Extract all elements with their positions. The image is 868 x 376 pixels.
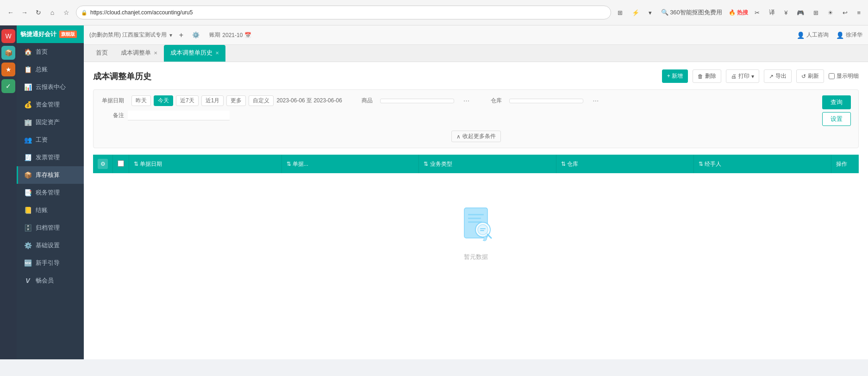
company-dropdown-icon[interactable]: ▾	[169, 32, 172, 38]
refresh-btn-label: 刷新	[808, 72, 819, 80]
undo-btn[interactable]: ↩	[840, 7, 850, 18]
svg-line-6	[487, 234, 491, 238]
sidebar-item-fixed-assets[interactable]: 🏢 固定资产	[17, 113, 84, 131]
browser-tool-bolt[interactable]: ⚡	[629, 7, 642, 18]
delete-btn-label: 删除	[705, 72, 716, 80]
sidebar-label-fixed-assets: 固定资产	[36, 118, 60, 126]
tab-cost-adjust-close[interactable]: ✕	[154, 50, 157, 56]
col-person-header[interactable]: ⇅ 经手人	[693, 155, 831, 173]
yesterday-btn[interactable]: 昨天	[131, 95, 151, 106]
sidebar-item-invoice[interactable]: 🧾 发票管理	[17, 149, 84, 166]
add-company-btn[interactable]: +	[175, 29, 187, 41]
sidebar-item-settings[interactable]: ⚙️ 基础设置	[17, 237, 84, 254]
browser-nav-buttons: ← → ↻ ⌂ ☆	[5, 6, 72, 19]
translate-btn[interactable]: 译	[766, 6, 778, 19]
nav-sidebar: 畅捷通好会计 旗舰版 🏠 首页 📋 总账 📊 云报表中心 💰 资金管理 🏢 固定…	[17, 25, 84, 359]
col-warehouse-header[interactable]: ⇅ 仓库	[556, 155, 694, 173]
today-btn[interactable]: 今天	[154, 95, 173, 106]
reports-icon: 📊	[24, 83, 32, 91]
home-button[interactable]: ⌂	[46, 6, 58, 19]
tab-cost-adjust-history-close[interactable]: ✕	[215, 50, 219, 56]
display-toggle-checkbox[interactable]	[829, 73, 835, 79]
col-date-header[interactable]: ⇅ 单据日期	[129, 155, 282, 173]
icon-sidebar-app[interactable]: 📦	[1, 46, 15, 60]
tab-cost-adjust-history[interactable]: 成本调整单历史 ✕	[164, 45, 225, 62]
sidebar-label-closing: 结账	[36, 206, 48, 214]
table-header-row: ⚙ ⇅ 单据日期 ⇅ 单据... ⇅ 业务类型	[93, 155, 859, 173]
forward-button[interactable]: →	[19, 6, 31, 19]
reload-button[interactable]: ↻	[32, 6, 44, 19]
tab-home-label: 首页	[96, 49, 108, 57]
select-all-checkbox[interactable]	[118, 160, 124, 167]
apps-btn[interactable]: ⊞	[811, 7, 821, 18]
wallet-btn[interactable]: ¥	[781, 7, 790, 18]
warehouse-select-btn[interactable]	[509, 99, 583, 103]
sidebar-item-archive[interactable]: 🗄️ 归档管理	[17, 219, 84, 237]
browser-tool-grid[interactable]: ⊞	[615, 7, 625, 18]
calendar-icon[interactable]: 📅	[244, 32, 251, 38]
collapse-label: 收起更多条件	[462, 132, 496, 140]
collapse-row: ∧ 收起更多条件	[101, 131, 851, 142]
print-dropdown-icon: ▾	[751, 73, 754, 80]
guide-icon: 🆕	[24, 259, 32, 267]
goods-select-btn[interactable]	[380, 99, 454, 103]
search-btn[interactable]: 🔍 360智能抠图免费用	[658, 6, 725, 19]
browser-tool-dropdown[interactable]: ▾	[646, 7, 655, 18]
page-actions: + 新增 🗑 删除 🖨 打印 ▾ ↗ 导出	[662, 69, 859, 83]
settings-company-btn[interactable]: ⚙️	[190, 29, 202, 41]
sidebar-item-payroll[interactable]: 👥 工资	[17, 131, 84, 149]
export-btn[interactable]: ↗ 导出	[764, 69, 792, 83]
table-settings-gear[interactable]: ⚙	[98, 159, 108, 169]
icon-sidebar-weibo[interactable]: W	[1, 29, 15, 43]
scissors-btn[interactable]: ✂	[752, 7, 762, 18]
sidebar-item-tax[interactable]: 📑 税务管理	[17, 184, 84, 201]
query-btn[interactable]: 查询	[822, 95, 851, 109]
sidebar-item-vip[interactable]: V 畅会员	[17, 272, 84, 289]
game-btn[interactable]: 🎮	[794, 7, 807, 18]
sidebar-item-guide[interactable]: 🆕 新手引导	[17, 254, 84, 272]
sidebar-item-funds[interactable]: 💰 资金管理	[17, 96, 84, 113]
more-btn[interactable]: 更多	[226, 95, 246, 106]
filter-settings-btn[interactable]: 设置	[822, 112, 851, 126]
month-btn[interactable]: 近1月	[201, 95, 224, 106]
col-type-header[interactable]: ⇅ 业务类型	[419, 155, 556, 173]
page-content: 成本调整单历史 + 新增 🗑 删除 🖨 打印 ▾ ↗	[84, 62, 868, 359]
sidebar-item-closing[interactable]: 📒 结账	[17, 201, 84, 219]
new-btn[interactable]: + 新增	[662, 69, 688, 83]
goods-more-dots[interactable]: ···	[462, 97, 471, 105]
tab-home[interactable]: 首页	[89, 45, 114, 62]
brightness-btn[interactable]: ☀	[825, 7, 836, 18]
sidebar-label-reports: 云报表中心	[36, 83, 66, 91]
menu-btn[interactable]: ≡	[854, 7, 863, 18]
sidebar-item-ledger[interactable]: 📋 总账	[17, 61, 84, 78]
address-bar[interactable]: 🔒 https://cloud.chanjet.com/accounting/u…	[76, 6, 611, 19]
user-profile-btn[interactable]: 👤 徐泽华	[836, 31, 862, 39]
tab-cost-adjust[interactable]: 成本调整单 ✕	[114, 45, 164, 62]
main-top-left: (勿删勿禁用) 江西服宝测试专用 ▾ + ⚙️ 账期 2021-10 📅	[89, 29, 251, 41]
custom-btn[interactable]: 自定义	[249, 95, 274, 106]
back-button[interactable]: ←	[5, 6, 17, 19]
delete-btn[interactable]: 🗑 删除	[693, 69, 721, 83]
tax-icon: 📑	[24, 189, 32, 196]
archive-icon: 🗄️	[24, 224, 32, 232]
user-service-btn[interactable]: 👤 人工咨询	[797, 31, 829, 39]
lock-icon: 🔒	[81, 10, 87, 16]
print-btn[interactable]: 🖨 打印 ▾	[726, 69, 759, 83]
bookmark-button[interactable]: ☆	[60, 6, 72, 19]
notes-input[interactable]	[128, 111, 230, 120]
warehouse-more-dots[interactable]: ···	[591, 97, 600, 105]
sidebar-label-archive: 归档管理	[36, 224, 60, 232]
sidebar-item-home[interactable]: 🏠 首页	[17, 43, 84, 61]
icon-sidebar-orange[interactable]: ★	[1, 63, 15, 76]
refresh-btn[interactable]: ↺ 刷新	[796, 69, 824, 83]
collapse-btn[interactable]: ∧ 收起更多条件	[451, 131, 501, 142]
week-btn[interactable]: 近7天	[176, 95, 199, 106]
col-num-header[interactable]: ⇅ 单据...	[281, 155, 419, 173]
sidebar-item-inventory[interactable]: 📦 库存核算	[17, 166, 84, 184]
app-container: W 📦 ★ ✓ 畅捷通好会计 旗舰版 🏠 首页 📋 总账 📊 云报表中心 💰 资…	[0, 25, 868, 359]
icon-sidebar-green[interactable]: ✓	[1, 79, 15, 93]
sidebar-item-reports[interactable]: 📊 云报表中心	[17, 78, 84, 96]
service-label: 人工咨询	[806, 31, 829, 39]
sidebar-label-guide: 新手引导	[36, 259, 60, 267]
sidebar-label-invoice: 发票管理	[36, 153, 60, 162]
